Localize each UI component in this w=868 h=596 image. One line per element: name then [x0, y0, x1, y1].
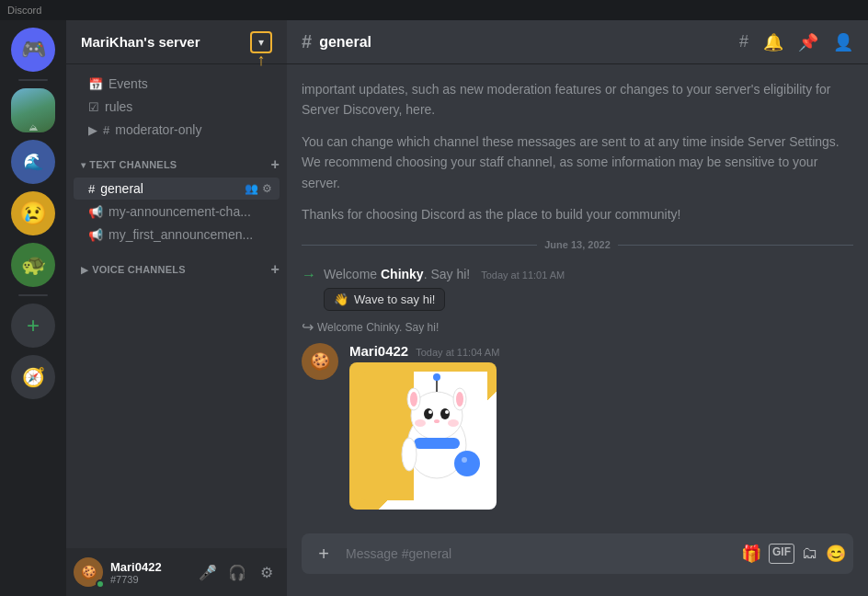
message-input-area: + 🎁 GIF 🗂 😊	[287, 533, 868, 596]
svg-point-11	[410, 392, 417, 407]
message-content: Mari0422 Today at 11:04 AM	[349, 343, 853, 510]
category-arrow-icon: ▾	[81, 160, 86, 170]
megaphone-icon-2: 📢	[88, 228, 103, 242]
compass-icon: 🧭	[22, 366, 45, 388]
user-message: 🍪 Mari0422 Today at 11:04 AM	[302, 343, 853, 510]
message-reply: ↪ Welcome Chinky. Say hi!	[302, 318, 853, 336]
server-icon-home[interactable]: 🎮	[11, 28, 55, 72]
channel-name-rules: rules	[105, 99, 272, 114]
settings-gear-icon[interactable]: ⚙	[262, 182, 272, 195]
welcome-message-text: Welcome Chinky. Say hi! Today at 11:01 A…	[324, 265, 565, 311]
channel-item-moderator[interactable]: ▶ # moderator-only	[74, 119, 280, 141]
add-server-button[interactable]: +	[11, 304, 55, 348]
category-voice-channels-label: VOICE CHANNELS	[92, 264, 185, 275]
user-bar: 🍪 Mari0422 #7739 🎤 🎧 ⚙	[66, 548, 287, 596]
svg-rect-17	[414, 438, 460, 449]
title-bar-text: Discord	[7, 5, 41, 16]
channel-item-rules[interactable]: ☑ rules	[74, 96, 280, 118]
server-dropdown-button[interactable]: ▾ ↑	[250, 31, 272, 53]
wave-button-label: Wave to say hi!	[354, 292, 435, 306]
gift-button[interactable]: 🎁	[741, 544, 761, 564]
message-input-field[interactable]	[346, 536, 734, 571]
category-voice-channels[interactable]: ▶ VOICE CHANNELS +	[66, 246, 287, 281]
svg-point-8	[434, 419, 440, 423]
wave-button[interactable]: 👋 Wave to say hi!	[324, 288, 445, 311]
status-dot-online	[96, 579, 105, 589]
microphone-button[interactable]: 🎤	[195, 559, 221, 585]
svg-point-12	[456, 392, 463, 407]
channel-name-general: general	[100, 181, 239, 196]
system-text-3: Thanks for choosing Discord as the place…	[302, 204, 853, 224]
channel-item-general[interactable]: # general 👥 ⚙	[74, 178, 280, 200]
svg-point-19	[454, 451, 480, 476]
gif-button[interactable]: GIF	[769, 544, 794, 564]
channel-item-announcement[interactable]: 📢 my-announcement-cha...	[74, 201, 280, 223]
members-list-button[interactable]: 👤	[833, 32, 853, 52]
headphones-button[interactable]: 🎧	[224, 559, 250, 585]
server-icon-emoji[interactable]: 😢	[11, 191, 55, 235]
discord-logo-icon: 🎮	[21, 38, 46, 62]
welcome-arrow-icon: →	[302, 267, 316, 283]
message-username: Mari0422	[349, 343, 408, 359]
user-info: Mari0422 #7739	[110, 560, 188, 585]
channel-name-announcement: my-announcement-cha...	[108, 204, 272, 219]
pinned-messages-button[interactable]: 📌	[798, 32, 818, 52]
welcome-username: Chinky	[381, 267, 424, 281]
server-list: 🎮 ⛰ 🌊 😢 🐢 + 🧭	[0, 20, 66, 596]
date-divider: June 13, 2022	[302, 239, 853, 250]
explore-button[interactable]: 🧭	[11, 355, 55, 399]
message-avatar[interactable]: 🍪	[302, 343, 338, 380]
channel-general-actions: 👥 ⚙	[245, 182, 272, 195]
user-name: Mari0422	[110, 560, 188, 574]
server-separator-2	[18, 294, 48, 296]
channel-list: 📅 Events ☑ rules ▶ # moderator-only ▾ TE…	[66, 64, 287, 548]
sticker-image	[349, 362, 497, 510]
system-text-2: You can change which channel these messa…	[302, 132, 853, 193]
add-text-channel-button[interactable]: +	[270, 156, 280, 173]
message-input-wrapper: + 🎁 GIF 🗂 😊	[302, 533, 853, 574]
svg-point-4	[424, 408, 433, 419]
user-avatar-emoji: 🍪	[81, 565, 97, 579]
message-avatar-emoji: 🍪	[310, 351, 330, 372]
sticker-button[interactable]: 🗂	[802, 544, 818, 564]
svg-point-15	[415, 419, 426, 427]
category-text-channels[interactable]: ▾ TEXT CHANNELS +	[66, 142, 287, 177]
message-header: Mari0422 Today at 11:04 AM	[349, 343, 853, 359]
emoji-server-icon: 😢	[19, 201, 47, 226]
date-line-left	[302, 245, 537, 246]
server-icon-mountain[interactable]: ⛰	[11, 88, 55, 132]
emoji-button[interactable]: 😊	[826, 544, 846, 564]
message-add-button[interactable]: +	[309, 533, 338, 574]
channel-item-events[interactable]: 📅 Events	[74, 73, 280, 95]
system-text-1: important updates, such as new moderatio…	[302, 79, 853, 120]
hash-icon: #	[103, 123, 109, 137]
channel-item-first-announcement[interactable]: 📢 my_first_announcemen...	[74, 224, 280, 246]
server-header[interactable]: MariKhan's server ▾ ↑	[66, 20, 287, 64]
add-member-icon[interactable]: 👥	[245, 182, 258, 195]
channel-name-first-announcement: my_first_announcemen...	[108, 227, 272, 242]
message-timestamp: Today at 11:04 AM	[416, 347, 499, 358]
user-settings-button[interactable]: ⚙	[254, 559, 280, 585]
add-voice-channel-button[interactable]: +	[270, 261, 280, 278]
notifications-button[interactable]: 🔔	[763, 32, 783, 52]
header-hash-icon: #	[302, 31, 312, 52]
reply-arrow-icon: ↪	[302, 318, 314, 336]
mic-icon: 🎤	[199, 564, 217, 581]
svg-point-14	[433, 373, 440, 381]
messages-area[interactable]: important updates, such as new moderatio…	[287, 64, 868, 533]
date-label: June 13, 2022	[544, 239, 611, 250]
category-voice-arrow-icon: ▶	[81, 265, 88, 275]
server-icon-blue[interactable]: 🌊	[11, 140, 55, 184]
header-actions: # 🔔 📌 👤	[739, 32, 853, 52]
svg-point-18	[402, 438, 417, 471]
server-icon-turtle[interactable]: 🐢	[11, 243, 55, 287]
main-area: # general # 🔔 📌 👤 important updates, suc…	[287, 20, 868, 596]
add-icon: +	[27, 313, 40, 338]
server-name: MariKhan's server	[81, 34, 200, 50]
user-message-group: ↪ Welcome Chinky. Say hi! 🍪 Mari0422 Tod…	[302, 318, 853, 510]
headphones-icon: 🎧	[228, 564, 246, 581]
server-separator	[18, 79, 48, 81]
threads-button[interactable]: #	[739, 32, 748, 52]
wave-icon: 👋	[334, 292, 348, 306]
welcome-timestamp: Today at 11:01 AM	[481, 269, 565, 281]
